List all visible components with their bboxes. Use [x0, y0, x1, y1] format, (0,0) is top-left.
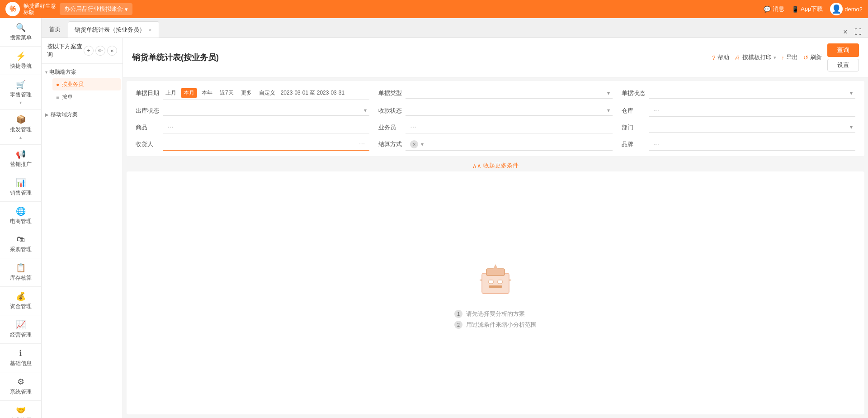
sidebar-item-label: 基础信息: [10, 360, 32, 367]
edit-icon: ✏: [98, 48, 103, 54]
sidebar-item-enterprise[interactable]: 🤝 企业协同: [0, 401, 41, 418]
sidebar-item-inventory[interactable]: 📋 库存核算: [0, 258, 41, 287]
salesperson-control[interactable]: ···: [406, 121, 612, 133]
help-icon: ?: [712, 54, 715, 61]
collapse-icon: «: [111, 48, 114, 54]
brand-dots: ···: [651, 140, 661, 148]
scheme-item-by-salesperson[interactable]: ● 按业务员: [52, 78, 121, 90]
consignee-control[interactable]: ···: [163, 138, 369, 151]
hint-num-1: 1: [454, 310, 462, 318]
sidebar-item-label: 电商管理: [10, 218, 32, 225]
sidebar: 🔍 搜索菜单 ⚡ 快捷导航 🛒 零售管理 ▾ 📦 批发管理 ▴ 📢 营销推广: [0, 18, 42, 418]
filter-row-4: 收货人 ··· 结算方式 ×: [136, 138, 855, 151]
date-btn-thismonth[interactable]: 本月: [181, 88, 197, 98]
consignee-dots: ···: [357, 140, 367, 148]
goods-dots: ···: [165, 123, 175, 131]
sidebar-item-system[interactable]: ⚙ 系统管理: [0, 372, 41, 401]
desktop-section-label: 电脑端方案: [49, 68, 76, 76]
sidebar-item-ecommerce[interactable]: 🌐 电商管理: [0, 202, 41, 230]
content-area: 首页 销货单统计表（按业务员） × × ⛶: [42, 18, 868, 418]
doctype-dropdown[interactable]: ▾: [406, 88, 612, 99]
outstatus-dropdown[interactable]: ▾: [163, 105, 369, 116]
svg-rect-0: [482, 273, 509, 294]
svg-rect-4: [489, 285, 502, 288]
settlement-clear-btn[interactable]: ×: [410, 140, 418, 148]
user-label: demo2: [844, 6, 863, 13]
print-icon: 🖨: [735, 54, 741, 61]
sidebar-item-quick-nav[interactable]: ⚡ 快捷导航: [0, 47, 41, 75]
query-actions: 查询 设置: [827, 43, 859, 71]
message-action[interactable]: 💬 消息: [764, 5, 784, 13]
sidebar-item-label: 采购管理: [10, 246, 32, 253]
date-btn-7days[interactable]: 近7天: [217, 88, 236, 98]
sidebar-item-wholesale[interactable]: 📦 批发管理 ▴: [0, 110, 41, 145]
hint-num-2: 2: [454, 321, 462, 329]
query-button[interactable]: 查询: [827, 43, 859, 57]
logo-icon: 畅: [5, 2, 20, 16]
sidebar-item-sales[interactable]: 📊 销售管理: [0, 173, 41, 202]
warehouse-control[interactable]: ···: [649, 104, 855, 117]
print-btn[interactable]: 🖨 按模板打印 ▾: [735, 53, 776, 62]
consignee-input[interactable]: [165, 141, 357, 147]
tab-close-icon[interactable]: ×: [148, 27, 152, 33]
sidebar-item-retail[interactable]: 🛒 零售管理 ▾: [0, 75, 41, 110]
filter-row-1: 单据日期 上月 本月 本年 近7天 更多 自定义: [136, 86, 855, 100]
date-filter-cell: 单据日期 上月 本月 本年 近7天 更多 自定义: [136, 86, 369, 100]
edit-scheme-btn[interactable]: ✏: [95, 46, 105, 56]
tab-minimize-btn[interactable]: ×: [840, 27, 851, 38]
receiptstatus-dropdown[interactable]: ▾: [406, 105, 612, 116]
scheme-desktop-header[interactable]: ▾ 电脑端方案: [42, 66, 123, 78]
sidebar-item-purchase[interactable]: 🛍 采购管理: [0, 230, 41, 258]
scheme-panel-actions: + ✏ «: [84, 46, 117, 56]
svg-marker-7: [493, 264, 498, 269]
export-btn[interactable]: ↑ 导出: [782, 53, 798, 62]
refresh-btn[interactable]: ↺ 刷新: [803, 53, 822, 62]
goods-control[interactable]: ···: [163, 121, 369, 133]
tab-sales-stats[interactable]: 销货单统计表（按业务员） ×: [68, 21, 159, 38]
date-btn-custom[interactable]: 自定义: [256, 88, 278, 98]
sidebar-item-label: 销售管理: [10, 189, 32, 197]
date-btn-lastmonth[interactable]: 上月: [163, 88, 179, 98]
brand-control[interactable]: ···: [649, 138, 855, 151]
collapse-scheme-btn[interactable]: «: [107, 46, 117, 56]
workspace-selector[interactable]: 办公用品行业模拟账套 ▾: [60, 3, 132, 15]
collapse-bar[interactable]: ∧∧ 收起更多条件: [127, 160, 864, 171]
top-bar: 畅 畅捷通好生意 标版 办公用品行业模拟账套 ▾ 💬 消息 📱 App下载: [0, 0, 868, 18]
refresh-icon: ↺: [803, 54, 808, 61]
sidebar-item-label: 批发管理: [10, 126, 32, 133]
user-profile[interactable]: 👤 demo2: [830, 3, 863, 15]
tab-maximize-btn[interactable]: ⛶: [853, 27, 863, 38]
date-label: 单据日期: [136, 89, 163, 97]
quick-nav-icon: ⚡: [16, 51, 26, 61]
sidebar-item-operation[interactable]: 📈 经营管理: [0, 315, 41, 344]
scheme-item-by-order[interactable]: ≡ 按单: [52, 91, 121, 103]
app-download-label: App下载: [801, 5, 823, 13]
date-btn-more[interactable]: 更多: [238, 88, 255, 98]
settlement-dropdown[interactable]: × ▾: [406, 138, 612, 151]
date-btn-thisyear[interactable]: 本年: [199, 88, 215, 98]
app-name-line1: 畅捷通好生意: [24, 3, 56, 9]
app-download-action[interactable]: 📱 App下载: [792, 5, 823, 13]
finance-icon: 💰: [16, 291, 26, 301]
sidebar-item-search-menu[interactable]: 🔍 搜索菜单: [0, 18, 41, 47]
dept-dropdown[interactable]: ▾: [649, 122, 855, 133]
retail-icon: 🛒: [16, 80, 26, 90]
active-tab-label: 销货单统计表（按业务员）: [75, 26, 145, 34]
dept-filter-cell: 部门 ▾: [622, 122, 855, 133]
purchase-icon: 🛍: [17, 235, 25, 244]
sidebar-item-marketing[interactable]: 📢 营销推广: [0, 145, 41, 173]
page-content: 按以下方案查询 + ✏ «: [42, 38, 868, 418]
consignee-label: 收货人: [136, 140, 163, 148]
sidebar-item-finance[interactable]: 💰 资金管理: [0, 287, 41, 315]
ecommerce-icon: 🌐: [16, 206, 26, 216]
salesperson-dots: ···: [408, 123, 418, 131]
setting-button[interactable]: 设置: [827, 59, 859, 71]
help-btn[interactable]: ? 帮助: [712, 53, 729, 62]
tab-home[interactable]: 首页: [42, 21, 68, 38]
sidebar-item-basics[interactable]: ℹ 基础信息: [0, 344, 41, 372]
dept-label: 部门: [622, 124, 649, 132]
order-icon: ≡: [56, 94, 59, 100]
docstatus-dropdown[interactable]: ▾: [649, 88, 855, 99]
add-scheme-btn[interactable]: +: [84, 46, 94, 56]
scheme-mobile-header[interactable]: ▶ 移动端方案: [42, 109, 123, 120]
